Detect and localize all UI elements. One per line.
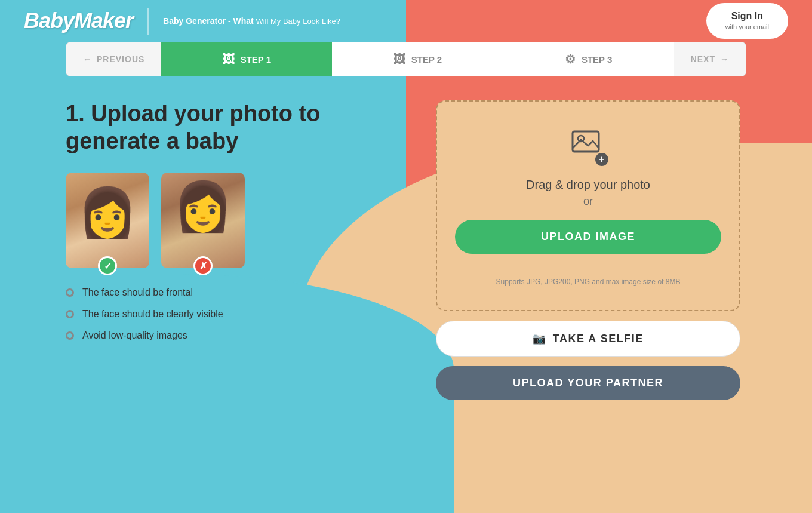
bad-photo-image (161, 173, 245, 268)
upload-plus-icon: + (595, 153, 608, 166)
next-button[interactable]: NEXT → (674, 42, 746, 76)
subtitle-line2: Will My Baby Look Like? (256, 17, 340, 26)
good-photo-image (66, 173, 149, 268)
upload-image-button[interactable]: UPLOAD IMAGE (455, 220, 721, 254)
take-selfie-label: TAKE A SELFIE (553, 333, 644, 345)
tip-3-text: Avoid low-quality images (82, 330, 187, 341)
subtitle-line1: Baby Generator - What (163, 16, 254, 26)
camera-icon: 📷 (533, 332, 547, 345)
tip-2-text: The face should be clearly visible (82, 309, 223, 320)
left-panel: 1. Upload your photo to generate a baby … (66, 100, 412, 400)
sign-in-label: Sign In (725, 10, 769, 23)
tip-dot-icon (66, 331, 74, 340)
tips-list: The face should be frontal The face shou… (66, 287, 412, 341)
drag-drop-text: Drag & drop your photo (455, 178, 721, 192)
right-arrow-icon: → (720, 54, 729, 64)
step-3-button[interactable]: ⚙ STEP 3 (503, 42, 674, 76)
sign-in-sub-label: with your email (725, 23, 769, 31)
step-1-button[interactable]: 🖼 STEP 1 (161, 42, 332, 76)
title-line1: 1. Upload your photo to (66, 101, 320, 126)
upload-dropzone[interactable]: + Drag & drop your photo or UPLOAD IMAGE… (436, 100, 740, 311)
tip-dot-icon (66, 288, 74, 297)
upload-partner-button[interactable]: UPLOAD YOUR PARTNER (436, 366, 740, 400)
right-panel: + Drag & drop your photo or UPLOAD IMAGE… (436, 100, 740, 400)
upload-partner-label: UPLOAD YOUR PARTNER (513, 377, 663, 389)
previous-button[interactable]: ← PREVIOUS (66, 42, 161, 76)
previous-label: PREVIOUS (97, 54, 144, 64)
good-badge: ✓ (98, 256, 117, 275)
list-item: The face should be frontal (66, 287, 412, 298)
header-subtitle: Baby Generator - What Will My Baby Look … (163, 15, 340, 27)
image-icon: 🖼 (223, 53, 235, 66)
title-line2: generate a baby (66, 128, 238, 153)
svg-rect-0 (573, 131, 599, 152)
gear-icon: ⚙ (565, 52, 576, 66)
header: BabyMaker Baby Generator - What Will My … (0, 0, 812, 42)
stepper: ← PREVIOUS 🖼 STEP 1 🖼 STEP 2 ⚙ STEP 3 NE… (66, 42, 746, 76)
take-selfie-button[interactable]: 📷 TAKE A SELFIE (436, 321, 740, 357)
logo-divider (147, 8, 149, 35)
step-2-button[interactable]: 🖼 STEP 2 (332, 42, 503, 76)
photo-examples: ✓ ✗ (66, 173, 412, 268)
step-1-label: STEP 1 (241, 54, 271, 64)
list-item: The face should be clearly visible (66, 309, 412, 320)
or-text: or (455, 195, 721, 208)
tip-dot-icon (66, 310, 74, 318)
photo-bad-example: ✗ (161, 173, 245, 268)
upload-icon-wrap: + (570, 125, 606, 164)
step-2-label: STEP 2 (411, 54, 442, 64)
left-arrow-icon: ← (83, 54, 92, 64)
step-3-label: STEP 3 (582, 54, 612, 64)
tip-1-text: The face should be frontal (82, 287, 193, 298)
sign-in-button[interactable]: Sign In with your email (706, 3, 788, 38)
upload-supports-text: Supports JPG, JPG200, PNG and max image … (455, 278, 721, 286)
right-buttons: 📷 TAKE A SELFIE UPLOAD YOUR PARTNER (436, 321, 740, 400)
page-title: 1. Upload your photo to generate a baby (66, 100, 412, 155)
list-item: Avoid low-quality images (66, 330, 412, 341)
image-icon-2: 🖼 (393, 53, 405, 66)
bad-badge: ✗ (193, 256, 213, 275)
main-content: 1. Upload your photo to generate a baby … (0, 76, 812, 400)
next-label: NEXT (691, 54, 715, 64)
photo-good-example: ✓ (66, 173, 149, 268)
logo: BabyMaker (24, 8, 133, 33)
